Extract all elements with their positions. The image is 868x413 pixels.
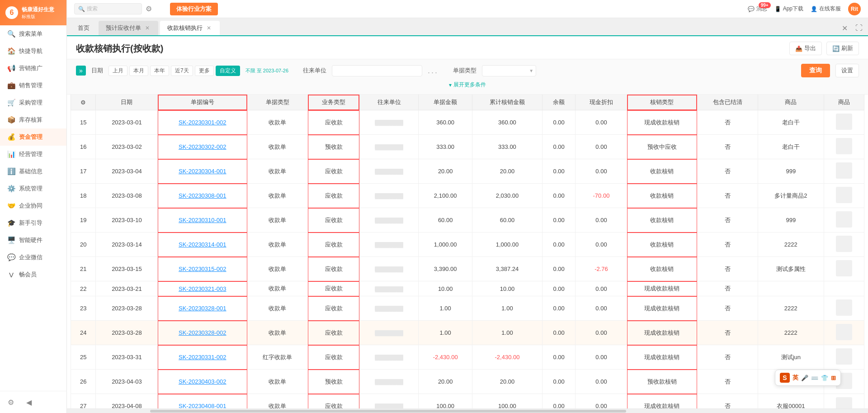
date-btn-more[interactable]: 更多	[195, 66, 214, 76]
brand-text: 英	[793, 374, 798, 382]
bill-no-link[interactable]: SK-20230308-001	[179, 192, 226, 199]
cell-bill-no: SK-20230301-002	[158, 110, 247, 135]
tab-collection-exec[interactable]: 收款核销执行✕	[160, 21, 220, 35]
sidebar-item-sales[interactable]: 💼 销售管理	[0, 77, 66, 94]
close-tab-btn[interactable]: ✕	[839, 23, 850, 33]
sidebar-item-guide[interactable]: 🎓 新手引导	[0, 214, 66, 232]
sidebar-item-vip[interactable]: V 畅会员	[0, 266, 66, 283]
expand-more-btn[interactable]: ▾ 展开更多条件	[76, 80, 859, 90]
query-btn[interactable]: 查询	[801, 64, 830, 77]
tab-home[interactable]: 首页	[71, 21, 97, 35]
cell-date: 2023-03-28	[96, 296, 158, 321]
date-btn-this-month[interactable]: 本月	[129, 66, 148, 76]
cell-partner: ████████	[359, 135, 418, 159]
bill-type-filter-label: 单据类型	[453, 66, 476, 75]
sidebar-item-operations[interactable]: 📊 经营管理	[0, 146, 66, 163]
cell-bill-no: SK-20230331-002	[158, 345, 247, 370]
bill-no-link[interactable]: SK-20230315-002	[179, 266, 226, 272]
bill-no-link[interactable]: SK-20230304-001	[179, 168, 226, 175]
sidebar-item-purchase[interactable]: 🛒 采购管理	[0, 94, 66, 111]
cell-date: 2023-03-08	[96, 184, 158, 208]
bill-no-link[interactable]: SK-20230301-002	[179, 119, 226, 126]
sidebar: 6 畅康通好生意 标推版 🔍 搜索菜单 🏠 快捷导航 📢 营销推广 💼 销售管理…	[0, 0, 67, 413]
page-title: 收款核销执行(按收款)	[76, 43, 163, 55]
sidebar-item-system[interactable]: ⚙️ 系统管理	[0, 180, 66, 197]
bill-no-link[interactable]: SK-20230314-001	[179, 241, 226, 248]
online-service-btn[interactable]: 👤 在线客服	[811, 5, 841, 13]
cell-goods: 999	[758, 208, 824, 233]
cell-index: 19	[71, 208, 96, 233]
partner-blurred: ████████	[375, 404, 403, 408]
sidebar-item-quick-nav[interactable]: 🏠 快捷导航	[0, 43, 66, 60]
sidebar-item-hardware[interactable]: 🖥️ 智能硬件	[0, 232, 66, 249]
bill-type-select[interactable]	[482, 65, 536, 76]
bill-no-link[interactable]: SK-20230321-003	[179, 285, 226, 292]
sidebar-settings-btn[interactable]: ⚙	[4, 395, 18, 409]
date-btn-7-days[interactable]: 近7天	[171, 66, 193, 76]
cell-bill-type: 收款单	[247, 321, 308, 345]
cell-include-settled: 否	[697, 370, 758, 394]
cell-partner: ████████	[359, 233, 418, 257]
filter-settings-btn[interactable]: 设置	[835, 64, 859, 77]
tab-prepay-apply[interactable]: 预计应收付单✕	[99, 21, 158, 35]
mic-icon[interactable]: 🎤	[801, 375, 808, 381]
sidebar-item-label-marketing: 营销推广	[19, 64, 42, 72]
filter-toggle-btn[interactable]: »	[76, 66, 86, 76]
bill-no-link[interactable]: SK-20230408-001	[179, 403, 226, 408]
cell-goods: 多计量商品2	[758, 184, 824, 208]
bill-no-link[interactable]: SK-20230328-001	[179, 305, 226, 312]
cell-bill-amount: 3,390.00	[419, 257, 472, 281]
refresh-btn[interactable]: 🔄 刷新	[826, 42, 859, 55]
cell-balance: 0.00	[542, 184, 576, 208]
tab-label-home: 首页	[78, 24, 90, 32]
sidebar-item-inventory[interactable]: 📦 库存核算	[0, 111, 66, 128]
sidebar-item-wechat[interactable]: 💬 企业微信	[0, 249, 66, 266]
date-btn-last-month[interactable]: 上月	[108, 66, 127, 76]
sidebar-item-corp[interactable]: 🤝 企业协同	[0, 197, 66, 214]
shirt-icon[interactable]: 👕	[821, 375, 828, 381]
close-tab-prepay-apply[interactable]: ✕	[144, 24, 151, 32]
sidebar-item-search[interactable]: 🔍 搜索菜单	[0, 25, 66, 43]
cell-index: 27	[71, 394, 96, 409]
export-btn[interactable]: 📤 导出	[789, 42, 822, 55]
col-settings[interactable]: ⚙	[71, 95, 96, 110]
cell-balance: 0.00	[542, 370, 576, 394]
cell-goods-img	[824, 296, 864, 321]
bill-no-link[interactable]: SK-20230328-002	[179, 329, 226, 336]
partner-blurred: ████████	[375, 286, 403, 292]
sidebar-item-marketing[interactable]: 📢 营销推广	[0, 60, 66, 77]
cell-partner: ████████	[359, 184, 418, 208]
table-area[interactable]: ⚙ 日期 单据编号 单据类型 业务类型 往来单位 单据金额 累计核销金额 余额 …	[67, 95, 868, 408]
close-tab-collection-exec[interactable]: ✕	[205, 24, 212, 32]
cell-bill-no: SK-20230302-002	[158, 135, 247, 159]
bottom-scrollbar[interactable]	[67, 408, 868, 413]
app-download-btn[interactable]: 📱 App下载	[774, 5, 803, 13]
sidebar-item-finance[interactable]: 💰 资金管理	[0, 128, 66, 146]
sidebar-item-basic[interactable]: ℹ️ 基础信息	[0, 163, 66, 180]
settings-icon[interactable]: ⚙	[146, 5, 152, 13]
table-row: 25 2023-03-31 SK-20230331-002 红字收款单 应收款 …	[71, 345, 864, 370]
cell-bill-no: SK-20230403-002	[158, 370, 247, 394]
industry-btn[interactable]: 体验行业方案	[170, 3, 218, 15]
bill-no-link[interactable]: SK-20230310-001	[179, 217, 226, 223]
bill-no-link[interactable]: SK-20230302-002	[179, 143, 226, 150]
cell-bill-no: SK-20230304-001	[158, 159, 247, 184]
partner-input[interactable]	[332, 65, 422, 76]
more-conditions-dots[interactable]: ...	[428, 66, 439, 76]
date-btn-custom[interactable]: 自定义	[216, 66, 240, 76]
bill-no-link[interactable]: SK-20230403-002	[179, 378, 226, 385]
fullscreen-btn[interactable]: ⛶	[854, 23, 864, 33]
grid-icon[interactable]: ⊞	[831, 375, 836, 381]
cell-bill-amount: 360.00	[419, 110, 472, 135]
bill-no-link[interactable]: SK-20230331-002	[179, 354, 226, 361]
cell-write-off-type: 收款核销	[627, 233, 697, 257]
user-avatar[interactable]: Rit	[848, 3, 861, 15]
messages-btn[interactable]: 💬 消息 99+	[748, 5, 767, 13]
search-box[interactable]: 🔍 搜索	[74, 3, 142, 14]
cell-index: 23	[71, 296, 96, 321]
date-btn-this-year[interactable]: 本年	[150, 66, 169, 76]
cell-partner: ████████	[359, 110, 418, 135]
keyboard-icon[interactable]: ⌨️	[811, 375, 818, 381]
col-bill-no: 单据编号	[158, 95, 247, 110]
sidebar-collapse-btn[interactable]: ◀	[22, 395, 36, 409]
